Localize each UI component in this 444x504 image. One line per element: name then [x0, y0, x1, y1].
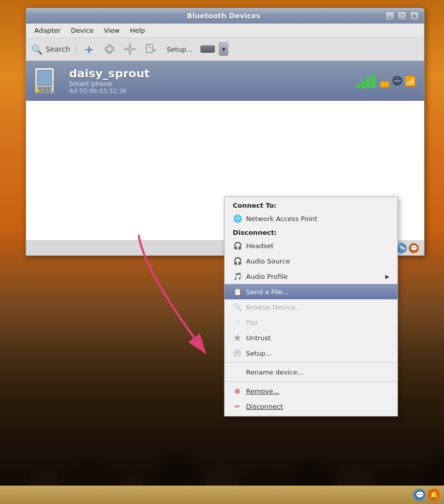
ctx-audio-profile-label: Audio Profile	[246, 273, 288, 280]
collapse-button[interactable]: ⌄	[385, 11, 394, 20]
search-section: 🔍 Search	[31, 44, 77, 55]
menu-adapter[interactable]: Adapter	[30, 25, 65, 36]
toolbar-dropdown-button[interactable]: ▼	[219, 42, 228, 56]
minimize-button[interactable]: ⌃	[397, 11, 407, 20]
device-name: daisy_sprout	[69, 67, 349, 80]
ctx-send-file[interactable]: 📋 Send a File...	[225, 284, 397, 299]
device-info: daisy_sprout Smart phone A4:50:46:43:32:…	[69, 67, 349, 95]
device-item[interactable]: ✦ daisy_sprout Smart phone A4:50:46:43:3…	[26, 61, 424, 101]
wifi-icon: 📶	[405, 76, 416, 86]
ctx-setup[interactable]: Setup...	[225, 345, 397, 361]
connect-to-label: Connect To:	[225, 199, 397, 211]
ctx-pair[interactable]: Pair	[225, 315, 397, 330]
menu-device[interactable]: Device	[67, 25, 98, 36]
setup-label: Setup...	[167, 46, 192, 53]
bar-3	[366, 78, 370, 88]
ctx-setup-label: Setup...	[246, 349, 272, 357]
ctx-network-label: Network Access Point	[246, 215, 317, 223]
browse-device-icon: 🔍	[233, 302, 242, 312]
svg-rect-9	[235, 350, 240, 357]
ctx-pair-label: Pair	[246, 319, 258, 326]
compass-icon	[123, 42, 137, 56]
ctx-separator-1	[225, 362, 397, 363]
pair-ctx-icon	[233, 318, 242, 327]
close-button[interactable]: ✕	[410, 11, 419, 20]
network-icon: 🌐	[233, 214, 242, 223]
ctx-untrust-label: Untrust	[246, 334, 271, 342]
send-file-icon	[144, 43, 157, 55]
ctx-send-file-label: Send a File...	[246, 288, 288, 296]
device-status-icons: 😊 📶	[356, 74, 416, 88]
audio-source-icon: 🎧	[233, 256, 242, 266]
ctx-remove[interactable]: ⊗ Remove...	[225, 383, 397, 399]
taskbar-icon-chat[interactable]: 💬	[413, 489, 426, 501]
svg-point-1	[107, 45, 112, 54]
ctx-headset-label: Headset	[246, 242, 274, 250]
menu-help[interactable]: Help	[126, 25, 149, 36]
emoji-icon-1: 😊	[392, 75, 403, 87]
send-file-ctx-icon: 📋	[233, 287, 242, 296]
taskbar: 💬 🔔	[0, 486, 444, 504]
svg-marker-2	[124, 43, 136, 55]
add-device-button[interactable]: +	[81, 41, 97, 57]
ctx-audio-profile[interactable]: 🎵 Audio Profile ▶	[225, 269, 397, 284]
search-icon: 🔍	[31, 44, 42, 55]
pair-button[interactable]	[101, 41, 118, 57]
status-icon-2: 💬	[409, 243, 419, 253]
window-title: Bluetooth Devices	[62, 12, 385, 20]
ctx-disconnect[interactable]: ✂ Disconnect	[225, 399, 397, 414]
ctx-rename[interactable]: Rename device...	[225, 364, 397, 380]
rename-icon	[233, 367, 242, 377]
disconnect-icon: ✂	[233, 402, 242, 411]
menu-view[interactable]: View	[100, 25, 124, 36]
ctx-browse-device-label: Browse Device...	[246, 303, 301, 311]
ctx-remove-label: Remove...	[246, 387, 279, 395]
titlebar-controls: ⌄ ⌃ ✕	[385, 11, 419, 20]
headset-icon: 🎧	[233, 241, 242, 250]
trusted-star-icon: ✦	[34, 86, 40, 95]
untrust-icon	[233, 333, 242, 342]
ctx-audio-source-label: Audio Source	[246, 257, 290, 265]
svg-point-0	[105, 47, 114, 52]
ctx-headset[interactable]: 🎧 Headset	[225, 238, 397, 253]
remove-icon: ⊗	[233, 386, 242, 396]
ctx-browse-device[interactable]: 🔍 Browse Device...	[225, 299, 397, 315]
device-area: ✦ daisy_sprout Smart phone A4:50:46:43:3…	[26, 61, 424, 255]
bar-4	[371, 75, 375, 88]
titlebar: Bluetooth Devices ⌄ ⌃ ✕	[26, 8, 424, 24]
battery-icon	[380, 74, 390, 88]
audio-profile-icon: 🎵	[233, 272, 242, 281]
context-menu: Connect To: 🌐 Network Access Point Disco…	[224, 196, 398, 417]
device-type: Smart phone	[69, 80, 349, 87]
ctx-network-access-point[interactable]: 🌐 Network Access Point	[225, 211, 397, 226]
ctx-rename-label: Rename device...	[246, 368, 304, 376]
setup-button[interactable]: Setup...	[163, 43, 196, 55]
svg-rect-4	[149, 45, 152, 48]
bar-2	[361, 81, 365, 88]
star-button[interactable]	[122, 41, 138, 57]
ctx-untrust[interactable]: Untrust	[225, 330, 397, 345]
signal-bars	[356, 74, 375, 88]
statusbar-icons: 📡 💬	[396, 243, 419, 253]
svg-marker-8	[234, 335, 240, 341]
phone-screen	[37, 70, 52, 85]
send-file-toolbar-button[interactable]	[142, 41, 159, 57]
device-icon-wrap: ✦	[34, 67, 62, 95]
ctx-audio-source[interactable]: 🎧 Audio Source	[225, 253, 397, 269]
submenu-arrow: ▶	[385, 274, 389, 279]
menubar: Adapter Device View Help	[26, 24, 424, 38]
ctx-separator-2	[225, 381, 397, 382]
toolbar: 🔍 Search +	[26, 38, 424, 61]
device-mac: A4:50:46:43:32:36	[69, 87, 349, 95]
disconnect-label: Disconnect:	[225, 226, 397, 238]
taskbar-icon-notification[interactable]: 🔔	[428, 489, 440, 501]
pair-icon	[103, 43, 116, 55]
hide-button[interactable]	[201, 46, 215, 53]
bluetooth-window: Bluetooth Devices ⌄ ⌃ ✕ Adapter Device V…	[26, 8, 425, 256]
ctx-disconnect-label: Disconnect	[246, 403, 283, 410]
status-icon-1: 📡	[396, 243, 407, 253]
bar-1	[356, 84, 360, 88]
setup-ctx-icon	[233, 348, 242, 358]
search-label[interactable]: Search	[46, 45, 70, 53]
